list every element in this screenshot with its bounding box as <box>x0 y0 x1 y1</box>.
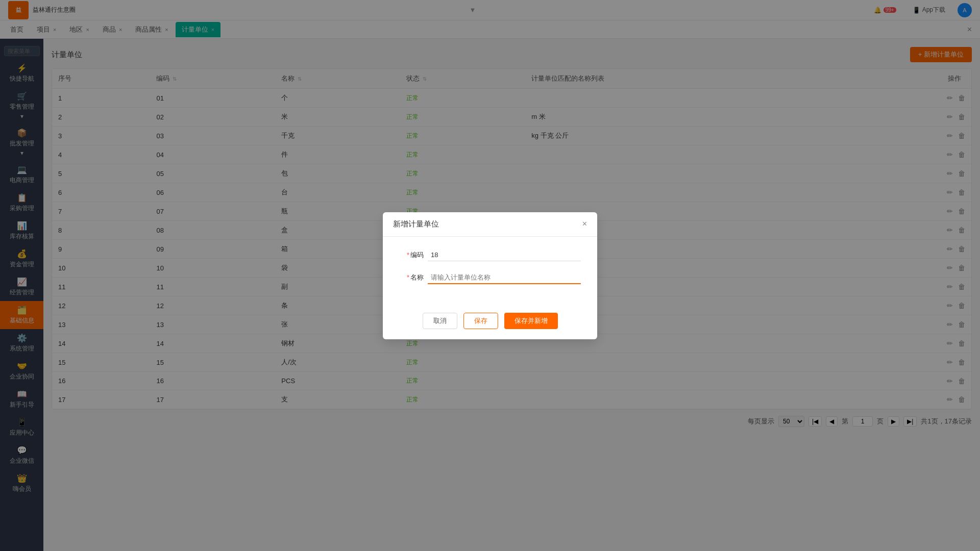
name-label: *名称 <box>399 273 424 282</box>
required-star-code: * <box>407 251 409 259</box>
code-label: *编码 <box>399 251 424 260</box>
form-row-name: *名称 <box>399 271 581 284</box>
modal-overlay: 新增计量单位 × *编码 *名称 取消 保存 保存并新增 <box>0 0 980 551</box>
name-input[interactable] <box>428 271 581 284</box>
required-star-name: * <box>407 273 409 281</box>
modal-header: 新增计量单位 × <box>383 212 597 237</box>
save-button[interactable]: 保存 <box>463 313 498 329</box>
modal-close-btn[interactable]: × <box>582 220 587 228</box>
modal-body: *编码 *名称 <box>383 237 597 307</box>
add-unit-modal: 新增计量单位 × *编码 *名称 取消 保存 保存并新增 <box>383 212 597 339</box>
cancel-button[interactable]: 取消 <box>423 313 457 329</box>
save-and-new-button[interactable]: 保存并新增 <box>504 313 558 329</box>
modal-footer: 取消 保存 保存并新增 <box>383 307 597 339</box>
form-row-code: *编码 <box>399 249 581 261</box>
modal-title: 新增计量单位 <box>393 219 439 229</box>
code-input[interactable] <box>428 249 581 261</box>
